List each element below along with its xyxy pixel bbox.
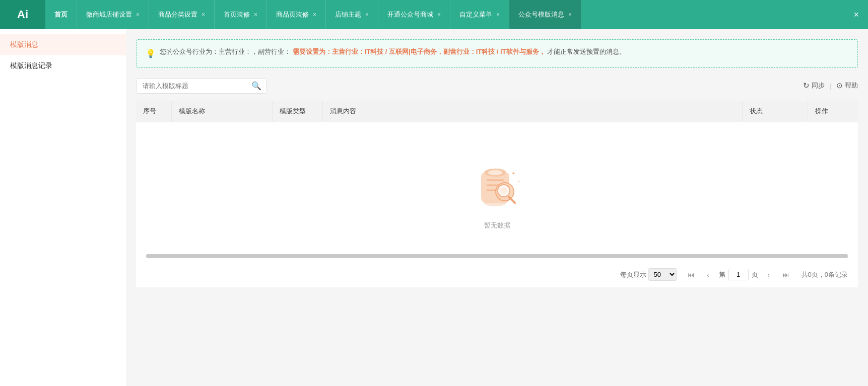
svg-text:✦: ✦ <box>517 180 520 183</box>
col-content: 消息内容 <box>322 101 742 122</box>
svg-point-2 <box>488 170 502 175</box>
pagination: 每页显示 50 10 20 100 ⏮ ‹ 第 页 › <box>136 262 858 287</box>
close-shop-theme[interactable]: × <box>365 11 369 18</box>
scroll-bar[interactable] <box>146 254 848 258</box>
col-type: 模版类型 <box>272 101 322 122</box>
nav-tab-product-decor[interactable]: 商品页装修 × <box>267 0 326 29</box>
first-page-button[interactable]: ⏮ <box>685 268 698 281</box>
page-number-input[interactable] <box>728 269 749 280</box>
prev-page-icon: ‹ <box>707 271 709 279</box>
nav-tab-home-label: 首页 <box>54 10 68 19</box>
search-input-wrap: 🔍 <box>136 78 267 94</box>
svg-point-9 <box>500 187 507 194</box>
col-status: 状态 <box>742 101 808 122</box>
search-input[interactable] <box>137 79 246 93</box>
close-shop-settings[interactable]: × <box>136 11 140 18</box>
help-icon: ⊙ <box>836 81 843 90</box>
per-page-label: 每页显示 <box>620 270 646 279</box>
nav-tab-homepage-decor-label: 首页装修 <box>224 10 250 19</box>
nav-tab-custom-menu[interactable]: 自定义菜单 × <box>450 0 509 29</box>
first-page-icon: ⏮ <box>688 271 695 279</box>
col-index: 序号 <box>136 101 171 122</box>
sidebar-item-template-msg[interactable]: 模版消息 <box>0 34 126 55</box>
notice-suffix: 才能正常发送预置的消息。 <box>547 48 626 55</box>
scroll-track[interactable] <box>136 250 858 262</box>
sidebar-item-template-msg-log[interactable]: 模版消息记录 <box>0 55 126 76</box>
empty-state-row: ✦ ✦ 暂无数据 <box>136 122 858 250</box>
page-input-group: 第 页 <box>719 269 758 280</box>
scroll-thumb[interactable] <box>146 254 848 258</box>
table-header-row: 序号 模版名称 模版类型 消息内容 状态 操作 <box>136 101 858 122</box>
close-custom-menu[interactable]: × <box>496 11 500 18</box>
nav-tab-home[interactable]: 首页 <box>45 0 77 29</box>
nav-tab-open-shop-label: 开通公众号商城 <box>387 10 433 19</box>
next-page-icon: › <box>767 271 770 279</box>
help-button[interactable]: ⊙ 帮助 <box>836 81 858 90</box>
nav-tab-category[interactable]: 商品分类设置 × <box>149 0 215 29</box>
close-category[interactable]: × <box>202 11 205 18</box>
notice-prefix: 您的公众号行业为：主营行业：，副营行业： <box>160 48 291 55</box>
svg-text:✦: ✦ <box>511 171 515 176</box>
logo: Ai <box>0 0 45 29</box>
search-icon: 🔍 <box>251 82 261 90</box>
content-area: 💡 您的公众号行业为：主营行业：，副营行业： 需要设置为：主营行业：IT科技 /… <box>126 29 868 386</box>
notice-text: 您的公众号行业为：主营行业：，副营行业： 需要设置为：主营行业：IT科技 / 互… <box>160 47 626 57</box>
nav-tab-template-msg[interactable]: 公众号模版消息 × <box>509 0 581 29</box>
sync-label: 同步 <box>812 81 825 90</box>
sync-icon: ↻ <box>803 81 810 90</box>
nav-tab-category-label: 商品分类设置 <box>158 10 197 19</box>
close-template-msg[interactable]: × <box>568 11 572 18</box>
per-page-dropdown[interactable]: 50 10 20 100 <box>648 268 677 281</box>
sidebar-item-template-msg-log-label: 模版消息记录 <box>10 61 52 69</box>
search-button[interactable]: 🔍 <box>246 81 266 91</box>
sync-button[interactable]: ↻ 同步 <box>803 81 825 90</box>
global-close-icon: × <box>853 10 859 20</box>
nav-tab-template-msg-label: 公众号模版消息 <box>518 10 564 19</box>
close-open-shop[interactable]: × <box>437 11 441 18</box>
col-action: 操作 <box>808 101 858 122</box>
empty-illustration: ✦ ✦ <box>467 152 527 213</box>
nav-tab-shop-settings-label: 微商城店铺设置 <box>86 10 132 19</box>
prev-page-button[interactable]: ‹ <box>702 268 715 281</box>
col-name: 模版名称 <box>171 101 272 122</box>
nav-tab-shop-theme-label: 店铺主题 <box>335 10 361 19</box>
sidebar: 模版消息 模版消息记录 <box>0 29 126 386</box>
empty-state: ✦ ✦ 暂无数据 <box>136 122 858 250</box>
bulb-icon: 💡 <box>146 47 156 60</box>
empty-text: 暂无数据 <box>484 221 510 230</box>
logo-text: Ai <box>17 8 28 21</box>
nav-tab-homepage-decor[interactable]: 首页装修 × <box>215 0 267 29</box>
main-layout: 模版消息 模版消息记录 💡 您的公众号行业为：主营行业：，副营行业： 需要设置为… <box>0 29 868 386</box>
total-info: 共0页，0条记录 <box>802 270 848 279</box>
last-page-button[interactable]: ⏭ <box>779 268 792 281</box>
close-homepage-decor[interactable]: × <box>254 11 257 18</box>
toolbar-right: ↻ 同步 | ⊙ 帮助 <box>803 81 858 90</box>
sidebar-item-template-msg-label: 模版消息 <box>10 40 38 48</box>
next-page-button[interactable]: › <box>762 268 775 281</box>
help-label: 帮助 <box>845 81 858 90</box>
nav-tab-shop-theme[interactable]: 店铺主题 × <box>326 0 378 29</box>
global-close-button[interactable]: × <box>844 0 868 29</box>
data-table: 序号 模版名称 模版类型 消息内容 状态 操作 <box>136 101 858 250</box>
nav-tab-custom-menu-label: 自定义菜单 <box>459 10 492 19</box>
search-row: 🔍 ↻ 同步 | ⊙ 帮助 <box>136 78 858 94</box>
notice-highlight: 需要设置为：主营行业：IT科技 / 互联网|电子商务，副营行业：IT科技 / I… <box>293 48 546 55</box>
per-page-select: 每页显示 50 10 20 100 <box>620 268 677 281</box>
close-product-decor[interactable]: × <box>313 11 316 18</box>
toolbar-divider: | <box>830 82 831 90</box>
page-label: 页 <box>752 270 758 279</box>
nav-tab-shop-settings[interactable]: 微商城店铺设置 × <box>77 0 149 29</box>
top-nav: Ai 首页 微商城店铺设置 × 商品分类设置 × 首页装修 × 商品页装修 × … <box>0 0 868 29</box>
notice-box: 💡 您的公众号行业为：主营行业：，副营行业： 需要设置为：主营行业：IT科技 /… <box>136 39 858 68</box>
last-page-icon: ⏭ <box>782 271 789 279</box>
page-di-label: 第 <box>719 270 725 279</box>
nav-tab-open-shop[interactable]: 开通公众号商城 × <box>378 0 450 29</box>
nav-tab-product-decor-label: 商品页装修 <box>276 10 309 19</box>
